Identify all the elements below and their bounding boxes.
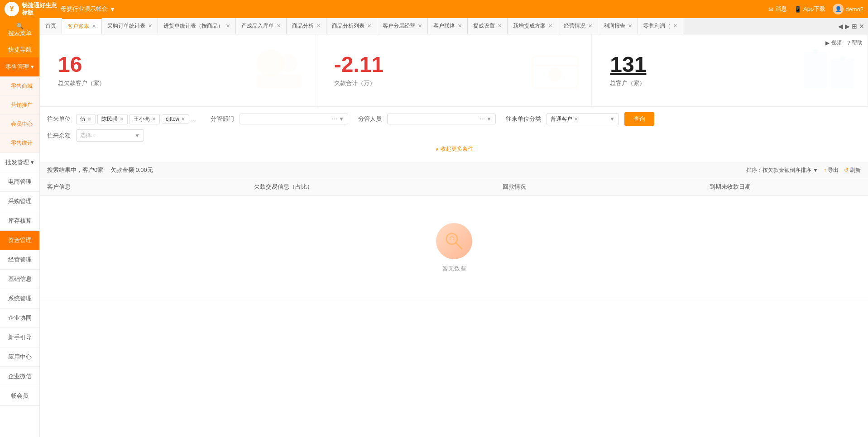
tab-instock-stats[interactable]: 进货单统计表（按商品） ✕ — [158, 18, 236, 34]
sidebar-item-member-center[interactable]: 会员中心 — [0, 115, 39, 134]
classify-tag-remove[interactable]: ✕ — [574, 116, 578, 122]
tab-product-analysis[interactable]: 商品分析 ✕ — [287, 18, 326, 34]
tab-customer-contact-close[interactable]: ✕ — [458, 23, 462, 29]
refresh-btn[interactable]: ↺ 刷新 — [844, 166, 861, 174]
tab-retail-profit-label: 零售利润（ — [643, 22, 671, 30]
tab-purchase-order-close[interactable]: ✕ — [148, 23, 152, 29]
remaining-dropdown-icon: ▼ — [134, 133, 140, 139]
sidebar-item-system[interactable]: 系统管理 — [0, 289, 39, 309]
filter-person-select[interactable]: ⋯ ▼ — [387, 114, 496, 124]
tab-customer-segment-close[interactable]: ✕ — [418, 23, 422, 29]
sidebar-item-enterprise-collab[interactable]: 企业协同 — [0, 309, 39, 328]
tab-promotion-settings-close[interactable]: ✕ — [498, 23, 502, 29]
tab-customer-book-close[interactable]: ✕ — [92, 24, 96, 29]
store-selector[interactable]: 母婴行业演示帐套 ▼ — [61, 5, 115, 13]
more-tags-btn[interactable]: ... — [191, 116, 196, 123]
tab-expand-btn[interactable]: ⊞ — [852, 23, 857, 30]
sidebar-item-retail-mall[interactable]: 零售商城 — [0, 77, 39, 96]
sidebar-inventory-label: 库存核算 — [8, 217, 32, 224]
tab-customer-book[interactable]: 客户账本 ✕ — [62, 18, 102, 34]
tab-new-promotion[interactable]: 新增提成方案 ✕ — [508, 18, 558, 34]
tab-product-analysis-close[interactable]: ✕ — [317, 23, 321, 29]
result-actions: 排序：按欠款金额倒序排序 ▼ ↑ 导出 ↺ 刷新 — [746, 166, 861, 174]
filter-remaining-label: 往来余额 — [47, 132, 71, 140]
svg-line-11 — [456, 243, 462, 249]
tab-profit-report-close[interactable]: ✕ — [628, 23, 632, 29]
tab-product-instock-close[interactable]: ✕ — [277, 23, 281, 29]
sidebar-quick-nav[interactable]: 快捷导航 — [0, 42, 39, 57]
stats-row: 16 总欠款客户（家） -2.11 欠款合计（ — [40, 34, 868, 107]
tab-customer-segment[interactable]: 客户分层经营 ✕ — [377, 18, 428, 34]
tab-new-promotion-close[interactable]: ✕ — [548, 23, 552, 29]
collapse-btn[interactable]: ∧ 收起更多条件 — [435, 145, 473, 153]
tab-close-all-btn[interactable]: ✕ — [859, 23, 864, 30]
export-btn[interactable]: ↑ 导出 — [824, 166, 839, 174]
tab-profit-report[interactable]: 利润报告 ✕ — [598, 18, 638, 34]
sidebar-purchase-label: 采购管理 — [8, 198, 32, 204]
tab-business-status[interactable]: 经营情况 ✕ — [558, 18, 598, 34]
filter-tag-chen: 陈民强 ✕ — [97, 114, 128, 124]
tab-business-status-close[interactable]: ✕ — [588, 23, 592, 29]
svg-rect-2 — [257, 74, 302, 88]
message-btn[interactable]: ✉ 消息 — [768, 5, 787, 13]
tab-promotion-settings[interactable]: 提成设置 ✕ — [468, 18, 508, 34]
empty-cell: 暂无数据 — [40, 196, 868, 300]
help-btn[interactable]: ? 帮助 — [847, 39, 863, 47]
tab-product-analysis-label: 商品分析 — [292, 22, 314, 30]
filter-classify-select[interactable]: 普通客户 ✕ ▼ — [547, 113, 619, 125]
filter-remaining-select[interactable]: 选择... ▼ — [76, 129, 144, 142]
filter-tag-wang: 王小亮 ✕ — [129, 114, 160, 124]
sidebar-system-label: 系统管理 — [8, 295, 32, 302]
sidebar-item-enterprise-wechat[interactable]: 企业微信 — [0, 367, 39, 386]
sidebar-item-purchase[interactable]: 采购管理 — [0, 192, 39, 211]
sort-select[interactable]: 排序：按欠款金额倒序排序 ▼ — [746, 166, 818, 174]
sidebar-item-retail-stats[interactable]: 零售统计 — [0, 134, 39, 153]
tab-product-analysis-list-close[interactable]: ✕ — [367, 23, 371, 29]
sidebar-item-new-guide[interactable]: 新手引导 — [0, 328, 39, 347]
user-avatar[interactable]: 👤 demo2 — [833, 4, 863, 14]
sidebar-item-capital[interactable]: 资金管理 — [0, 231, 39, 250]
tab-customer-book-label: 客户账本 — [67, 23, 89, 30]
sidebar-item-retail-mgmt[interactable]: 零售管理 ▾ — [0, 57, 39, 77]
sidebar-item-inventory[interactable]: 库存核算 — [0, 211, 39, 231]
filter-dept-select[interactable]: ⋯ ▼ — [240, 114, 348, 124]
tab-customer-contact[interactable]: 客户联络 ✕ — [428, 18, 468, 34]
tab-retail-profit[interactable]: 零售利润（ ✕ — [638, 18, 683, 34]
sidebar-item-operation[interactable]: 经营管理 — [0, 250, 39, 270]
tab-retail-profit-close[interactable]: ✕ — [673, 23, 677, 29]
svg-point-1 — [279, 54, 297, 72]
sidebar-item-ecommerce[interactable]: 电商管理 — [0, 172, 39, 192]
col-due-date: 到期未收款日期 — [702, 178, 868, 196]
query-button[interactable]: 查询 — [624, 112, 654, 126]
tab-prev-btn[interactable]: ◀ — [838, 23, 843, 30]
video-btn[interactable]: ▶ 视频 — [825, 39, 842, 47]
sidebar-marketing-label: 营销推广 — [11, 102, 33, 108]
svg-rect-7 — [831, 58, 854, 88]
tab-home[interactable]: 首页 — [40, 18, 62, 34]
tab-purchase-order[interactable]: 采购订单统计表 ✕ — [102, 18, 158, 34]
message-icon: ✉ — [768, 6, 773, 13]
svg-point-13 — [453, 239, 454, 240]
tab-next-btn[interactable]: ▶ — [845, 23, 850, 30]
tag-wu-text: 伍 — [80, 115, 86, 123]
tab-product-instock[interactable]: 产成品入库单 ✕ — [236, 18, 287, 34]
tab-product-analysis-list[interactable]: 商品分析列表 ✕ — [326, 18, 377, 34]
sidebar-item-app-center[interactable]: 应用中心 — [0, 347, 39, 367]
tag-chen-remove[interactable]: ✕ — [120, 116, 124, 122]
sidebar-search[interactable]: 🔍 搜索菜单 — [0, 18, 39, 42]
message-label: 消息 — [775, 5, 787, 13]
filter-tag-cjttcw: cjttcw ✕ — [162, 114, 189, 124]
table-header: 客户信息 欠款交易信息（占比） 回款情况 到期未收款日期 — [40, 178, 868, 196]
tag-wu-remove[interactable]: ✕ — [87, 116, 91, 122]
app-download-btn[interactable]: 📱 App下载 — [794, 5, 825, 13]
sidebar-item-basic-info[interactable]: 基础信息 — [0, 270, 39, 289]
logo-line2: 标版 — [22, 9, 57, 16]
sidebar-item-batch-mgmt[interactable]: 批发管理 ▾ — [0, 153, 39, 172]
tag-cjttcw-remove[interactable]: ✕ — [181, 116, 185, 122]
tab-instock-close[interactable]: ✕ — [226, 23, 230, 29]
sidebar-item-marketing[interactable]: 营销推广 — [0, 96, 39, 115]
sidebar-item-vip[interactable]: 畅会员 — [0, 386, 39, 406]
sidebar-batch-mgmt-label: 批发管理 — [5, 159, 29, 166]
tag-wang-remove[interactable]: ✕ — [152, 116, 156, 122]
app-icon: 📱 — [794, 6, 801, 13]
